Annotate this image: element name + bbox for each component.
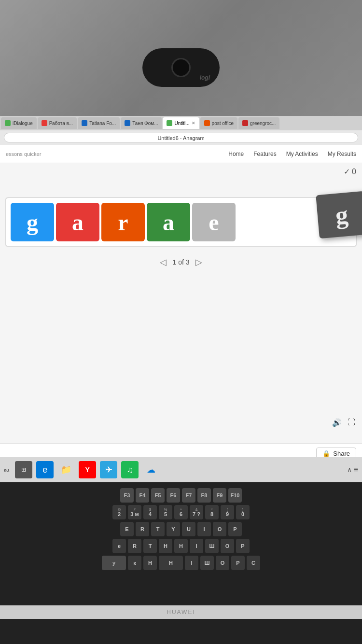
- tab-label: Таня Фом...: [132, 121, 158, 126]
- key-e[interactable]: E: [120, 522, 134, 536]
- key-8[interactable]: *8: [205, 505, 219, 519]
- keyboard: F3 F4 F5 F6 F7 F8 F9 F10 @2 #3 м $4 %5 ^…: [0, 482, 362, 576]
- tab-idialogue[interactable]: iDialogue: [1, 117, 37, 129]
- key-n[interactable]: Н: [174, 539, 188, 553]
- key-t[interactable]: T: [151, 522, 165, 536]
- key-f6[interactable]: F6: [167, 488, 180, 503]
- tab-tanya[interactable]: Таня Фом...: [121, 117, 162, 129]
- lessons-text: essons quicker: [6, 151, 41, 157]
- key-7[interactable]: &7 ?: [190, 505, 203, 519]
- tab-favicon: [5, 120, 11, 126]
- key-sh2[interactable]: Ш: [200, 556, 214, 570]
- key-space[interactable]: Н: [159, 556, 183, 570]
- tab-tatiana[interactable]: Tatiana Fo...: [78, 117, 120, 129]
- keyboard-row-home: е R T Н Н I Ш O P: [4, 539, 358, 553]
- keyboard-area: F3 F4 F5 F6 F7 F8 F9 F10 @2 #3 м $4 %5 ^…: [0, 482, 362, 644]
- key-5[interactable]: %5: [159, 505, 172, 519]
- key-f7[interactable]: F7: [182, 488, 195, 503]
- taskbar-label: ка: [4, 467, 9, 473]
- taskbar-folder-icon[interactable]: 📁: [57, 461, 75, 478]
- tab-rabota[interactable]: Работа в...: [38, 117, 77, 129]
- app-navigation: essons quicker Home Features My Activiti…: [0, 145, 362, 163]
- tab-label: greengroc...: [250, 121, 276, 126]
- tile-r[interactable]: r: [101, 203, 145, 241]
- tiles-container[interactable]: g a r a e g: [5, 197, 357, 247]
- tile-dragged[interactable]: g: [316, 191, 362, 238]
- taskbar-yandex-icon[interactable]: Y: [79, 461, 96, 478]
- taskbar-desktop-icon[interactable]: ⊞: [15, 461, 32, 478]
- key-p[interactable]: P: [228, 522, 242, 536]
- key-t-lower[interactable]: T: [143, 539, 157, 553]
- key-p3[interactable]: P: [231, 556, 245, 570]
- key-e-lower[interactable]: е: [112, 539, 126, 553]
- tile-g[interactable]: g: [11, 203, 54, 241]
- taskbar-onedrive-icon[interactable]: ☁: [142, 461, 160, 478]
- key-9[interactable]: (9: [221, 505, 234, 519]
- keyboard-row-qwerty: E R T Y U I O P: [4, 522, 358, 536]
- taskbar-edge-icon[interactable]: e: [36, 461, 54, 478]
- score-value: 0: [352, 168, 356, 176]
- key-p2[interactable]: P: [236, 539, 250, 553]
- check-mark-icon: ✓: [344, 167, 350, 176]
- tile-a2[interactable]: a: [147, 203, 190, 241]
- key-cap-h[interactable]: H: [143, 556, 157, 570]
- key-f3[interactable]: F3: [120, 488, 134, 503]
- keyboard-row-fn: F3 F4 F5 F6 F7 F8 F9 F10: [4, 488, 358, 503]
- key-r-lower[interactable]: R: [128, 539, 141, 553]
- key-k[interactable]: к: [128, 556, 141, 570]
- tab-postoffice[interactable]: post office: [200, 117, 237, 129]
- key-i[interactable]: I: [197, 522, 211, 536]
- tab-favicon: [125, 120, 130, 126]
- expand-icon[interactable]: ⛶: [348, 418, 355, 427]
- key-o3[interactable]: O: [216, 556, 229, 570]
- keyboard-row-numbers: @2 #3 м $4 %5 ^6 &7 ? *8 (9 )0: [4, 505, 358, 519]
- sound-icon[interactable]: 🔊: [332, 418, 342, 427]
- key-4[interactable]: $4: [143, 505, 157, 519]
- key-f10[interactable]: F10: [228, 488, 242, 503]
- taskbar-lines-icon[interactable]: ≡: [354, 465, 358, 474]
- webcam: logi: [142, 48, 220, 87]
- key-3[interactable]: #3 м: [128, 505, 141, 519]
- tab-favicon: [167, 120, 172, 126]
- key-f4[interactable]: F4: [136, 488, 149, 503]
- taskbar-music-icon[interactable]: ♫: [121, 461, 139, 478]
- key-i-cyr[interactable]: I: [190, 539, 203, 553]
- key-y[interactable]: Y: [167, 522, 180, 536]
- taskbar-overflow-icon[interactable]: ∧: [347, 466, 352, 474]
- laptop-brand: HUAWEI: [167, 609, 195, 616]
- share-label: Share: [333, 450, 350, 457]
- tab-untitled[interactable]: Untitl... ✕: [163, 117, 199, 129]
- key-0[interactable]: )0: [236, 505, 250, 519]
- nav-my-results[interactable]: My Results: [328, 151, 356, 157]
- tile-a1[interactable]: a: [56, 203, 99, 241]
- address-bar[interactable]: Untitled6 - Anagram: [4, 133, 358, 142]
- key-h[interactable]: Н: [159, 539, 172, 553]
- key-o2[interactable]: O: [221, 539, 234, 553]
- taskbar-telegram-icon[interactable]: ✈: [100, 461, 117, 478]
- tab-close-icon[interactable]: ✕: [192, 121, 195, 126]
- key-sh[interactable]: Ш: [205, 539, 219, 553]
- nav-home[interactable]: Home: [228, 151, 244, 157]
- key-u[interactable]: U: [182, 522, 195, 536]
- tab-greengroc[interactable]: greengroc...: [238, 117, 279, 129]
- key-6[interactable]: ^6: [174, 505, 188, 519]
- key-extra[interactable]: С: [247, 556, 260, 570]
- pagination-controls: ◁ 1 of 3 ▷: [5, 257, 357, 267]
- tile-e[interactable]: e: [192, 203, 236, 241]
- key-o[interactable]: O: [213, 522, 226, 536]
- browser-chrome: iDialogue Работа в... Tatiana Fo... Таня…: [0, 116, 362, 145]
- key-f5[interactable]: F5: [151, 488, 165, 503]
- key-i2[interactable]: I: [185, 556, 198, 570]
- key-f8[interactable]: F8: [197, 488, 211, 503]
- key-r[interactable]: R: [136, 522, 149, 536]
- prev-arrow[interactable]: ◁: [160, 257, 167, 267]
- webcam-lens: [171, 58, 191, 77]
- taskbar-right: ∧ ≡: [347, 465, 358, 474]
- next-arrow[interactable]: ▷: [195, 257, 202, 267]
- tab-favicon: [242, 120, 248, 126]
- key-2[interactable]: @2: [112, 505, 126, 519]
- key-f9[interactable]: F9: [213, 488, 226, 503]
- nav-my-activities[interactable]: My Activities: [286, 151, 318, 157]
- key-y-cyr[interactable]: у: [102, 556, 126, 570]
- nav-features[interactable]: Features: [253, 151, 276, 157]
